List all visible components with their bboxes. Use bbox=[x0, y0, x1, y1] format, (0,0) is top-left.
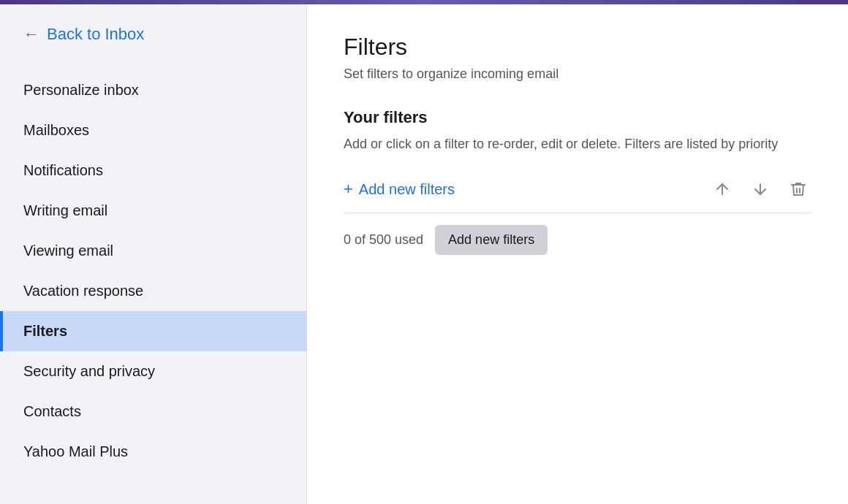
trash-icon bbox=[790, 180, 807, 198]
sidebar-item-personalize-inbox[interactable]: Personalize inbox bbox=[0, 70, 306, 110]
page-title: Filters bbox=[344, 34, 811, 61]
sidebar-item-mailboxes[interactable]: Mailboxes bbox=[0, 110, 306, 150]
sidebar-item-security-privacy[interactable]: Security and privacy bbox=[0, 351, 306, 392]
sidebar-item-writing-email[interactable]: Writing email bbox=[0, 191, 306, 231]
down-arrow-button[interactable] bbox=[747, 176, 773, 202]
main-content: Filters Set filters to organize incoming… bbox=[307, 4, 848, 504]
add-filter-button[interactable]: + Add new filters bbox=[344, 180, 455, 199]
delete-button[interactable] bbox=[785, 176, 811, 202]
used-count: 0 of 500 used bbox=[344, 232, 423, 248]
sidebar-item-vacation-response[interactable]: Vacation response bbox=[0, 271, 306, 311]
page-subtitle: Set filters to organize incoming email bbox=[344, 66, 811, 82]
nav-list: Personalize inboxMailboxesNotificationsW… bbox=[0, 64, 306, 478]
plus-icon: + bbox=[344, 180, 353, 199]
back-arrow-icon: ← bbox=[23, 25, 39, 44]
sidebar-item-notifications[interactable]: Notifications bbox=[0, 150, 306, 191]
add-new-filters-button[interactable]: Add new filters bbox=[435, 225, 548, 255]
sidebar-item-yahoo-mail-plus[interactable]: Yahoo Mail Plus bbox=[0, 432, 306, 472]
sidebar: ← Back to Inbox Personalize inboxMailbox… bbox=[0, 4, 307, 504]
toolbar-icons bbox=[709, 176, 811, 202]
section-title: Your filters bbox=[344, 108, 811, 127]
sidebar-item-filters[interactable]: Filters bbox=[0, 311, 306, 351]
sidebar-item-viewing-email[interactable]: Viewing email bbox=[0, 231, 306, 271]
sidebar-item-contacts[interactable]: Contacts bbox=[0, 392, 306, 432]
back-to-inbox-link[interactable]: ← Back to Inbox bbox=[0, 4, 306, 64]
add-filter-label: Add new filters bbox=[359, 181, 455, 198]
up-arrow-button[interactable] bbox=[709, 176, 735, 202]
section-description: Add or click on a filter to re-order, ed… bbox=[344, 134, 811, 154]
filters-toolbar: + Add new filters bbox=[344, 176, 811, 213]
down-arrow-icon bbox=[752, 180, 769, 198]
filters-status-row: 0 of 500 used Add new filters bbox=[344, 225, 811, 255]
up-arrow-icon bbox=[713, 180, 731, 198]
main-layout: ← Back to Inbox Personalize inboxMailbox… bbox=[0, 4, 848, 504]
back-to-inbox-label: Back to Inbox bbox=[47, 25, 144, 44]
